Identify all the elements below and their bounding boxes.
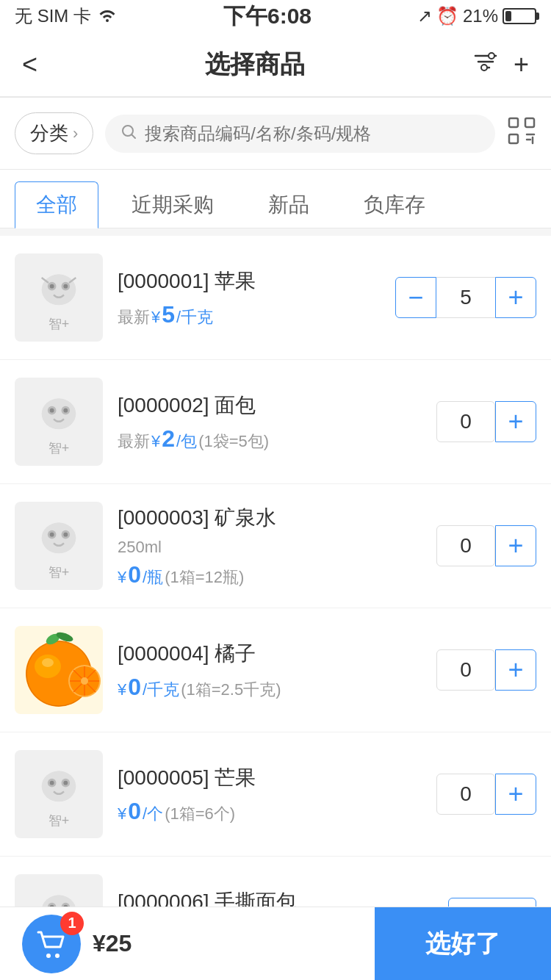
list-item: 智+ [0000001] 苹果 最新 ¥ 5 /千克 − + [0, 236, 551, 360]
cart-badge: 1 [60, 912, 84, 935]
price-unit: /瓶 [143, 566, 163, 588]
price-label: 最新 [118, 430, 150, 453]
product-info: [0000003] 矿泉水 250ml ¥ 0 /瓶 (1箱=12瓶) [118, 504, 422, 588]
currency-symbol: ¥ [118, 568, 126, 587]
category-button[interactable]: 分类 › [15, 112, 93, 154]
nav-bar: < 选择商品 + [0, 32, 551, 97]
quantity-input[interactable] [436, 774, 495, 815]
svg-point-13 [42, 274, 76, 305]
list-item: 智+ [0000005] 芒果 ¥ 0 /个 (1箱=6个) + [0, 732, 551, 857]
quantity-input[interactable] [436, 277, 495, 318]
quantity-control: − + [395, 277, 536, 318]
cart-section: 1 ¥25 [0, 915, 375, 973]
list-item: 智+ [0000003] 矿泉水 250ml ¥ 0 /瓶 (1箱=12瓶) + [0, 484, 551, 608]
tab-all[interactable]: 全部 [15, 181, 98, 228]
svg-point-27 [63, 533, 68, 537]
scan-icon[interactable] [507, 116, 536, 151]
quantity-control: + [436, 525, 536, 566]
price-unit: /千克 [143, 679, 179, 701]
svg-rect-7 [509, 118, 518, 127]
list-item: [0000004] 橘子 ¥ 0 /千克 (1箱=2.5千克) + [0, 608, 551, 732]
svg-point-17 [63, 284, 68, 289]
price-hint: (1箱=12瓶) [165, 566, 244, 588]
search-box [105, 115, 495, 153]
filter-icon[interactable] [472, 50, 499, 79]
increase-button[interactable]: + [495, 649, 536, 691]
currency-symbol: ¥ [151, 308, 160, 327]
tab-negative[interactable]: 负库存 [342, 181, 447, 228]
quantity-input[interactable] [436, 525, 495, 566]
battery-icon [503, 8, 536, 24]
increase-button[interactable]: + [495, 277, 536, 318]
back-button[interactable]: < [22, 49, 37, 80]
price-unit: /千克 [176, 306, 213, 328]
product-spec: 250ml [118, 538, 422, 557]
product-name: [0000004] 橘子 [118, 640, 422, 668]
cart-total: ¥25 [93, 930, 132, 957]
price-value: 2 [162, 425, 175, 453]
svg-point-4 [481, 65, 487, 71]
carrier-text: 无 SIM 卡 [15, 4, 91, 28]
quantity-control: + [436, 401, 536, 442]
product-image: 智+ [15, 253, 103, 342]
quantity-input[interactable] [436, 401, 495, 442]
price-hint: (1箱=2.5千克) [181, 679, 281, 701]
price-value: 0 [128, 561, 141, 588]
tab-recent[interactable]: 近期采购 [110, 181, 235, 228]
svg-point-3 [489, 53, 494, 59]
price-value: 0 [128, 798, 141, 825]
add-button[interactable]: + [514, 49, 529, 80]
bottom-bar: 1 ¥25 选好了 [0, 907, 551, 980]
increase-button[interactable]: + [495, 401, 536, 442]
product-name: [0000001] 苹果 [118, 267, 381, 295]
product-info: [0000001] 苹果 最新 ¥ 5 /千克 [118, 267, 381, 328]
svg-point-44 [50, 781, 54, 785]
price-hint: (1箱=6个) [165, 803, 235, 825]
price-label: 最新 [118, 306, 150, 328]
alarm-icon: ⏰ [436, 6, 458, 26]
svg-rect-8 [525, 118, 534, 127]
svg-line-6 [132, 134, 136, 138]
wifi-icon [97, 6, 118, 26]
svg-point-33 [42, 658, 54, 667]
product-name: [0000002] 面包 [118, 392, 422, 419]
price-hint: (1袋=5包) [198, 430, 269, 453]
price-value: 0 [128, 674, 141, 701]
quantity-control: + [436, 649, 536, 691]
increase-button[interactable]: + [495, 774, 536, 815]
page-title: 选择商品 [205, 48, 305, 82]
status-left: 无 SIM 卡 [15, 4, 118, 28]
currency-symbol: ¥ [151, 432, 160, 451]
status-right: ↗ ⏰ 21% [417, 6, 536, 26]
category-label: 分类 [30, 120, 68, 146]
svg-point-18 [42, 398, 76, 429]
currency-symbol: ¥ [118, 680, 126, 699]
svg-point-26 [50, 533, 54, 537]
price-value: 5 [162, 301, 175, 328]
svg-point-22 [63, 408, 68, 413]
chevron-right-icon: › [73, 124, 78, 143]
product-info: [0000002] 面包 最新 ¥ 2 /包 (1袋=5包) [118, 392, 422, 453]
product-image: 智+ [15, 502, 103, 590]
increase-button[interactable]: + [495, 525, 536, 566]
nav-left: < [22, 49, 37, 80]
location-icon: ↗ [417, 6, 432, 26]
svg-rect-9 [509, 134, 518, 143]
quantity-control: + [436, 774, 536, 815]
quantity-input[interactable] [436, 649, 495, 691]
product-name: [0000003] 矿泉水 [118, 504, 422, 532]
search-icon [120, 122, 137, 145]
product-info: [0000005] 芒果 ¥ 0 /个 (1箱=6个) [118, 764, 422, 825]
list-item: 智+ [0000002] 面包 最新 ¥ 2 /包 (1袋=5包) + [0, 360, 551, 484]
decrease-button[interactable]: − [395, 277, 436, 318]
nav-right: + [472, 49, 529, 80]
price-unit: /包 [176, 430, 197, 453]
product-list: 智+ [0000001] 苹果 最新 ¥ 5 /千克 − + [0, 236, 551, 980]
search-input[interactable] [145, 123, 480, 144]
confirm-button[interactable]: 选好了 [375, 907, 551, 980]
tab-new[interactable]: 新品 [247, 181, 331, 228]
status-time: 下午6:08 [223, 1, 311, 32]
status-bar: 无 SIM 卡 下午6:08 ↗ ⏰ 21% [0, 0, 551, 32]
cart-icon-wrap[interactable]: 1 [22, 915, 81, 973]
svg-point-23 [42, 522, 76, 553]
